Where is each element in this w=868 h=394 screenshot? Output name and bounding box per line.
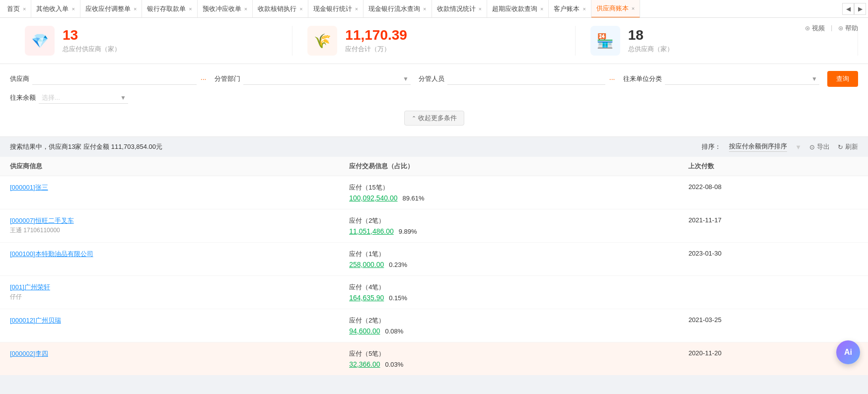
person-dots-icon[interactable]: ··· [609, 75, 615, 83]
tx-pct: 9.89% [399, 228, 417, 235]
nav-tab-close[interactable]: × [244, 6, 247, 12]
top-navigation: 首页×其他收入单×应收应付调整单×银行存取款单×预收冲应收单×收款核销执行×现金… [0, 0, 868, 18]
collapse-row: ⌃ 收起更多条件 [10, 109, 858, 130]
last-payment-date: 2020-11-20 [688, 349, 722, 357]
col-header-last-payment: 上次付数 [688, 162, 858, 171]
stat-info-1: 13 总应付供应商（家） [63, 28, 121, 54]
stat-label-payable-suppliers: 总应付供应商（家） [63, 45, 121, 54]
results-bar: 搜索结果中，供应商13家 应付金额 111,703,854.00元 排序： 按应… [0, 137, 868, 157]
nav-tab-other-income[interactable]: 其他收入单× [31, 0, 80, 18]
supplier-name-link[interactable]: [000012]广州贝瑞 [10, 317, 61, 324]
balance-input[interactable] [39, 92, 128, 104]
tx-amount-link[interactable]: 164,635.90 [349, 294, 384, 302]
supplier-dots-icon[interactable]: ··· [201, 75, 207, 83]
nav-tab-close[interactable]: × [134, 6, 137, 12]
nav-tab-close[interactable]: × [72, 6, 74, 12]
nav-tab-close[interactable]: × [582, 6, 585, 12]
stat-icon-store: 🏪 [590, 26, 620, 56]
nav-tab-label: 超期应收款查询 [492, 4, 537, 13]
export-icon: ⊙ [809, 143, 815, 151]
supplier-info-cell: [000002]李四 [10, 349, 349, 358]
sort-select[interactable]: 按应付余额倒序排序 [729, 142, 787, 152]
export-button[interactable]: ⊙ 导出 [809, 142, 830, 151]
filter-area: 供应商 ··· 分管部门 ▼ 分管人员 ··· 往来单位分类 [0, 64, 868, 137]
search-button[interactable]: 查询 [827, 71, 858, 87]
nav-tab-overdue-query[interactable]: 超期应收款查询× [487, 0, 549, 18]
tx-amount-link[interactable]: 100,092,540.00 [349, 194, 397, 202]
supplier-sub-info: 仔仔 [10, 293, 349, 301]
tx-pct: 0.15% [389, 294, 407, 302]
header-top-right: ⊙ 视频 | ⊙ 帮助 [805, 24, 858, 33]
nav-tab-bank-deposit[interactable]: 银行存取款单× [142, 0, 197, 18]
tx-amount-link[interactable]: 32,366.00 [349, 360, 380, 368]
nav-tab-close[interactable]: × [479, 6, 482, 12]
last-payment-cell: 2021-11-17 [688, 216, 858, 224]
nav-right-arrow[interactable]: ▶ [854, 3, 866, 15]
refresh-button[interactable]: ↻ 刷新 [838, 142, 858, 151]
nav-tab-close[interactable]: × [632, 5, 635, 11]
sort-label: 排序： [702, 142, 721, 151]
nav-tab-close[interactable]: × [23, 6, 26, 12]
supplier-name-link[interactable]: [000007]恒旺二手叉车 [10, 217, 74, 224]
tx-amount-link[interactable]: 11,051,486.00 [349, 227, 394, 235]
nav-tab-label: 现金银行统计 [313, 4, 352, 13]
nav-tab-receipt-stat[interactable]: 收款情况统计× [432, 0, 487, 18]
nav-tab-customer-ledger[interactable]: 客户账本× [549, 0, 591, 18]
filter-label-department: 分管部门 [215, 74, 240, 83]
tx-label: 应付（2笔） [349, 316, 688, 325]
nav-tab-supplier-ledger[interactable]: 供应商账本× [591, 0, 640, 18]
help-link[interactable]: ⊙ 帮助 [838, 24, 858, 33]
tx-pct: 0.08% [385, 328, 403, 335]
supplier-name-link[interactable]: [001]广州荣轩 [10, 283, 50, 291]
nav-tab-prepayment[interactable]: 预收冲应收单× [198, 0, 253, 18]
nav-tab-home[interactable]: 首页× [2, 0, 31, 18]
nav-tab-receipt-verify[interactable]: 收款核销执行× [253, 0, 308, 18]
nav-tab-label: 首页 [7, 4, 20, 13]
tx-pct: 0.03% [385, 361, 403, 368]
last-payment-date: 2021-03-25 [688, 316, 722, 324]
nav-tab-close[interactable]: × [299, 6, 302, 12]
nav-tab-label: 收款情况统计 [437, 4, 476, 13]
table-row: [000002]李四 应付（5笔） 32,366.00 0.03% 2020-1… [0, 342, 868, 375]
supplier-info-cell: [000012]广州贝瑞 [10, 316, 349, 325]
nav-tab-close[interactable]: × [423, 6, 426, 12]
nav-left-arrow[interactable]: ◀ [842, 3, 854, 15]
supplier-info-cell: [000100]本特勤油品有限公司 [10, 250, 349, 259]
tx-info-cell: 应付（1笔） 258,000.00 0.23% [349, 250, 688, 268]
supplier-input[interactable] [32, 73, 197, 85]
tx-label: 应付（1笔） [349, 250, 688, 259]
supplier-name-link[interactable]: [000001]张三 [10, 184, 48, 191]
department-input[interactable] [243, 73, 411, 85]
stat-label-total-suppliers: 总供应商（家） [628, 45, 673, 54]
filter-item-category: 往来单位分类 ▼ [623, 73, 820, 85]
category-input[interactable] [665, 73, 820, 85]
tx-info-cell: 应付（5笔） 32,366.00 0.03% [349, 349, 688, 368]
results-actions: 排序： 按应付余额倒序排序 ▼ ⊙ 导出 ↻ 刷新 [702, 142, 858, 152]
nav-tab-cash-flow-query[interactable]: 现金银行流水查询× [363, 0, 432, 18]
chevron-up-icon: ⌃ [412, 115, 416, 122]
nav-arrows: ◀ ▶ [842, 3, 866, 15]
tx-amount-link[interactable]: 258,000.00 [349, 261, 384, 268]
ai-button[interactable]: Ai [836, 340, 860, 364]
stat-info-2: 11,170.39 应付合计（万） [345, 28, 407, 54]
collapse-button[interactable]: ⌃ 收起更多条件 [404, 111, 464, 126]
nav-tab-cash-bank-stat[interactable]: 现金银行统计× [308, 0, 363, 18]
nav-tab-ar-ap-adjust[interactable]: 应收应付调整单× [80, 0, 142, 18]
stat-block-suppliers-payable: 💎 13 总应付供应商（家） [10, 26, 292, 56]
table-header: 供应商信息 应付交易信息（占比） 上次付数 [0, 157, 868, 176]
department-select-wrapper: ▼ [243, 73, 411, 85]
stat-number-payable-suppliers: 13 [63, 28, 121, 43]
filter-row-2: 往来余额 ▼ [10, 92, 858, 104]
supplier-name-link[interactable]: [000002]李四 [10, 350, 48, 357]
nav-tab-close[interactable]: × [189, 6, 192, 12]
tx-pct: 89.61% [403, 195, 425, 202]
video-link[interactable]: ⊙ 视频 [805, 24, 825, 33]
supplier-name-link[interactable]: [000100]本特勤油品有限公司 [10, 250, 93, 258]
supplier-info-cell: [000007]恒旺二手叉车王通 17106110000 [10, 216, 349, 235]
nav-tab-close[interactable]: × [355, 6, 358, 12]
person-input[interactable] [447, 73, 605, 85]
tx-label: 应付（5笔） [349, 349, 688, 358]
tx-amount-link[interactable]: 94,600.00 [349, 327, 380, 335]
table-row: [000007]恒旺二手叉车王通 17106110000 应付（2笔） 11,0… [0, 209, 868, 243]
nav-tab-close[interactable]: × [540, 6, 543, 12]
